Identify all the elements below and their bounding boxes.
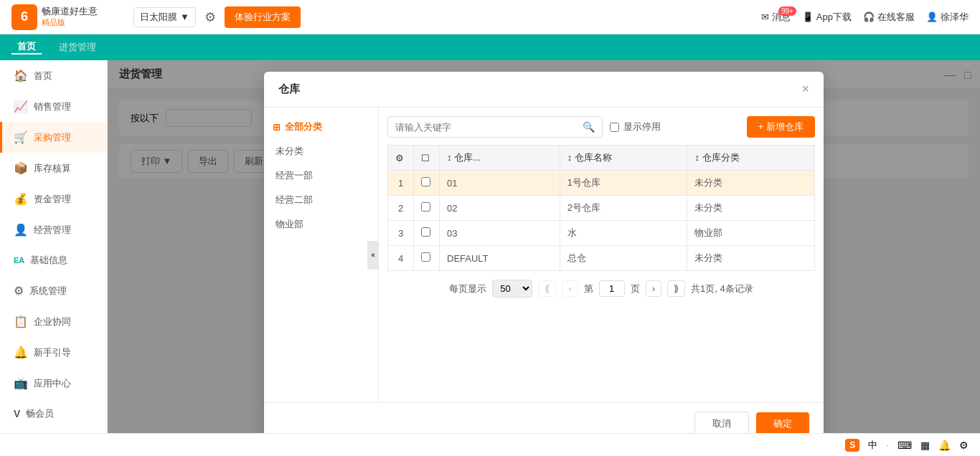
row-check[interactable] [414,171,440,196]
sidebar-item-basic[interactable]: EA 基础信息 [0,245,107,275]
sidebar-item-finance[interactable]: 💰 资金管理 [0,184,107,214]
category-item-unclassified[interactable]: 未分类 [264,139,378,163]
sub-header: 首页 进货管理 [0,34,980,60]
table-row[interactable]: 2 02 2号仓库 未分类 [388,196,815,221]
online-service-item[interactable]: 🎧 在线客服 [863,11,915,24]
phone-icon: 📱 [802,11,814,22]
sidebar-label-enterprise: 企业协同 [34,315,71,328]
row-code: 01 [440,171,560,196]
row-check[interactable] [414,221,440,246]
search-input[interactable] [388,118,575,137]
sidebar-item-guide[interactable]: 🔔 新手引导 [0,337,107,368]
table-body: 1 01 1号仓库 未分类 2 02 2 [388,171,815,271]
sub-tab-purchase[interactable]: 进货管理 [53,41,102,54]
page-size-select[interactable]: 50 100 200 [492,280,532,298]
cancel-btn[interactable]: 取消 [694,412,749,436]
row-name: 总仓 [560,246,687,271]
taskbar-icon[interactable]: ▦ [920,440,930,451]
table-header: ⚙ ☐ ↕ 仓库... ↕ 仓库名称 ↕ 仓库分类 [388,146,815,171]
warehouse-modal: 仓库 × ⊞ 全部分类 未分类 经营一部 经营二部 物业部 [264,72,824,445]
sidebar-label-purchase: 采购管理 [34,131,71,144]
category-item-ops1[interactable]: 经营一部 [264,163,378,188]
row-num: 3 [388,221,414,246]
sidebar-label-guide: 新手引导 [34,346,71,359]
sidebar-item-system[interactable]: ⚙ 系统管理 [0,275,107,306]
sidebar-item-member[interactable]: V 畅会员 [0,399,107,429]
logo-area: 6 畅康道好生意 精品版 [11,4,119,30]
search-icon-btn[interactable]: 🔍 [575,117,602,137]
row-code: DEFAULT [440,246,560,271]
branch-selector[interactable]: 日太阳膜 ▼ [133,7,196,27]
category-item-ops2[interactable]: 经营二部 [264,188,378,212]
row-check[interactable] [414,196,440,221]
sidebar-item-home[interactable]: 🏠 首页 [0,60,107,91]
page-prev-btn[interactable]: ‹ [562,280,578,297]
page-first-btn[interactable]: ⟪ [538,280,556,297]
page-last-btn[interactable]: ⟫ [667,280,685,297]
add-warehouse-btn[interactable]: + 新增仓库 [747,116,815,138]
confirm-btn[interactable]: 确定 [756,412,809,435]
finance-icon: 💰 [14,192,28,206]
table-row[interactable]: 1 01 1号仓库 未分类 [388,171,815,196]
keyboard-icon[interactable]: ⌨ [897,440,912,451]
sidebar-item-purchase[interactable]: 🛒 采购管理 [0,122,107,153]
system-icon: ⚙ [14,284,24,298]
sidebar-item-inventory[interactable]: 📦 库存核算 [0,153,107,184]
row-category: 未分类 [687,246,815,271]
table-row[interactable]: 3 03 水 物业部 [388,221,815,246]
sidebar-label-inventory: 库存核算 [34,162,71,175]
row-name: 2号仓库 [560,196,687,221]
row-check[interactable] [414,246,440,271]
apps-icon: 📺 [14,376,28,390]
page-input[interactable] [599,280,625,297]
sidebar-label-apps: 应用中心 [34,377,71,390]
sidebar-label-sales: 销售管理 [34,100,71,113]
sidebar: 🏠 首页 📈 销售管理 🛒 采购管理 📦 库存核算 💰 资金管理 👤 经营管理 … [0,60,108,456]
sidebar-item-sales[interactable]: 📈 销售管理 [0,91,107,122]
show-disabled-checkbox[interactable] [610,123,619,132]
pagination: 每页显示 50 100 200 ⟪ ‹ 第 页 › [387,280,815,298]
settings-icon-btn[interactable]: ⚙ [204,9,216,25]
user-avatar: 👤 [926,11,938,22]
show-disabled-label: 显示停用 [610,120,661,133]
sidebar-label-member: 畅会员 [26,407,54,420]
search-box: 🔍 [387,116,603,138]
row-code: 03 [440,221,560,246]
app-download-item[interactable]: 📱 App下载 [802,11,852,24]
row-category: 未分类 [687,171,815,196]
experience-btn[interactable]: 体验行业方案 [225,6,301,28]
enterprise-icon: 📋 [14,315,28,328]
row-num: 2 [388,196,414,221]
messages-item[interactable]: ✉ 消息 99+ [761,11,791,24]
grid-icon: ⊞ [273,122,281,133]
warehouse-table: ⚙ ☐ ↕ 仓库... ↕ 仓库名称 ↕ 仓库分类 [387,145,815,271]
sidebar-label-home: 首页 [34,70,52,82]
member-icon: V [14,408,20,419]
notification-icon[interactable]: 🔔 [938,440,951,451]
headset-icon: 🎧 [863,11,875,22]
sub-tab-home[interactable]: 首页 [11,40,42,54]
modal-close-btn[interactable]: × [801,82,809,97]
col-name: ↕ 仓库名称 [560,146,687,171]
col-gear: ⚙ [388,146,414,171]
sidebar-item-enterprise[interactable]: 📋 企业协同 [0,306,107,337]
sidebar-item-apps[interactable]: 📺 应用中心 [0,368,107,399]
sidebar-label-system: 系统管理 [29,285,67,298]
col-code: ↕ 仓库... [440,146,560,171]
category-all[interactable]: ⊞ 全部分类 [264,115,378,139]
messages-badge: 99+ [778,6,796,16]
chinese-input-icon[interactable]: 中 [868,439,877,452]
row-name: 1号仓库 [560,171,687,196]
page-next-btn[interactable]: › [646,280,661,297]
logo-sub: 精品版 [42,17,98,28]
brand-s-icon: S [845,439,859,452]
settings-tray-icon[interactable]: ⚙ [959,440,969,451]
header-middle: 日太阳膜 ▼ ⚙ 体验行业方案 [119,6,761,28]
table-row[interactable]: 4 DEFAULT 总仓 未分类 [388,246,815,271]
user-item[interactable]: 👤 徐泽华 [926,11,969,24]
sidebar-label-basic: 基础信息 [30,254,67,267]
guide-icon: 🔔 [14,346,28,359]
category-collapse-btn[interactable]: « [367,241,379,270]
sidebar-item-operations[interactable]: 👤 经营管理 [0,214,107,245]
category-item-property[interactable]: 物业部 [264,212,378,237]
